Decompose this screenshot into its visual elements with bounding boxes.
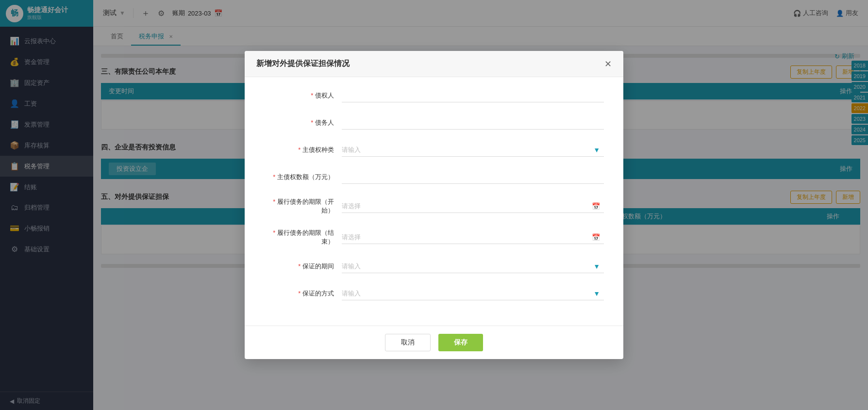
modal-header: 新增对外提供保证担保情况 ✕ <box>245 51 623 77</box>
field-debt-type: ▼ <box>342 143 604 157</box>
label-debt-amount: * 主债权数额（万元） <box>264 173 342 181</box>
required-star-debt-amount: * <box>273 173 275 180</box>
form-row-guarantee-period: * 保证的期间 ▼ <box>264 260 604 273</box>
input-debt-type[interactable] <box>342 143 604 157</box>
label-period-start: * 履行债务的期限（开始） <box>264 197 342 215</box>
input-guarantee-method[interactable] <box>342 287 604 300</box>
modal-dialog: 新增对外提供保证担保情况 ✕ * 债权人 * 债务人 <box>245 51 623 359</box>
modal-footer: 取消 保存 <box>245 326 623 359</box>
field-period-end: 📅 <box>342 230 604 244</box>
field-guarantee-period: ▼ <box>342 260 604 273</box>
form-row-creditor: * 债权人 <box>264 89 604 102</box>
input-period-end[interactable] <box>342 230 604 244</box>
input-guarantee-period[interactable] <box>342 260 604 273</box>
input-period-start[interactable] <box>342 199 604 213</box>
modal-close-button[interactable]: ✕ <box>604 60 612 68</box>
label-creditor: * 债权人 <box>264 91 342 100</box>
form-row-guarantee-method: * 保证的方式 ▼ <box>264 287 604 300</box>
input-debtor[interactable] <box>342 116 604 130</box>
modal-overlay: 新增对外提供保证担保情况 ✕ * 债权人 * 债务人 <box>0 0 868 410</box>
field-period-start: 📅 <box>342 199 604 213</box>
modal-title: 新增对外提供保证担保情况 <box>256 59 350 69</box>
input-creditor[interactable] <box>342 89 604 102</box>
form-row-period-start: * 履行债务的期限（开始） 📅 <box>264 197 604 215</box>
field-guarantee-method: ▼ <box>342 287 604 300</box>
required-star-creditor: * <box>311 92 313 99</box>
required-star-period-start: * <box>273 198 275 205</box>
label-guarantee-method: * 保证的方式 <box>264 289 342 298</box>
required-star-guarantee-period: * <box>298 262 300 270</box>
label-debt-type: * 主债权种类 <box>264 146 342 154</box>
form-row-debtor: * 债务人 <box>264 116 604 130</box>
required-star-debtor: * <box>311 119 313 126</box>
field-debt-amount <box>342 170 604 184</box>
label-guarantee-period: * 保证的期间 <box>264 262 342 271</box>
field-creditor <box>342 89 604 102</box>
label-period-end: * 履行债务的期限（结束） <box>264 229 342 246</box>
form-row-period-end: * 履行债务的期限（结束） 📅 <box>264 229 604 246</box>
label-debtor: * 债务人 <box>264 118 342 127</box>
form-row-debt-type: * 主债权种类 ▼ <box>264 143 604 157</box>
modal-body: * 债权人 * 债务人 * <box>245 77 623 326</box>
required-star-debt-type: * <box>298 146 300 153</box>
field-debtor <box>342 116 604 130</box>
input-debt-amount[interactable] <box>342 170 604 184</box>
required-star-guarantee-method: * <box>298 290 300 297</box>
form-row-debt-amount: * 主债权数额（万元） <box>264 170 604 184</box>
required-star-period-end: * <box>273 229 275 236</box>
save-button[interactable]: 保存 <box>438 334 483 351</box>
cancel-button[interactable]: 取消 <box>385 334 431 351</box>
